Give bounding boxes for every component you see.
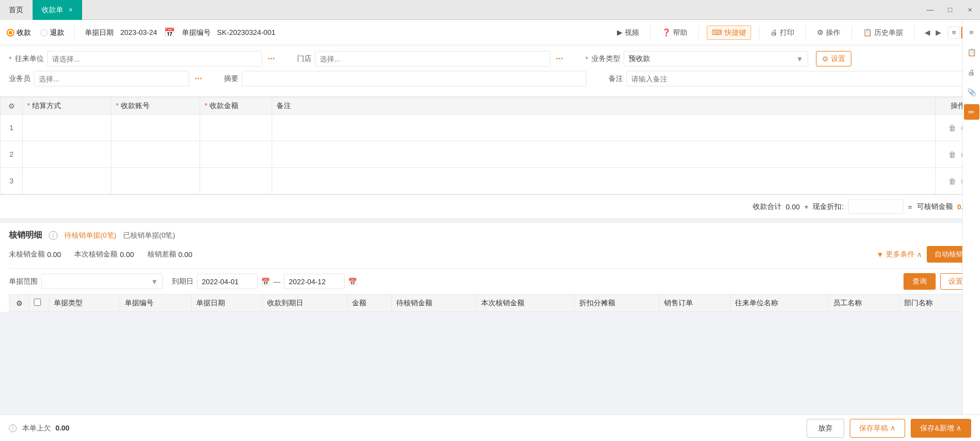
rp-icon-1[interactable]: ≡: [964, 24, 979, 40]
close-button[interactable]: ×: [960, 0, 980, 20]
row-1-delete-icon[interactable]: 🗑: [948, 124, 956, 132]
due-date-field: 到期日 📅 — 📅: [172, 274, 357, 289]
stat-actions: ▼ 更多条件 ∧ 自动核销: [876, 246, 971, 263]
row-2-num: 2: [1, 141, 23, 168]
tab-home[interactable]: 首页: [0, 0, 33, 20]
row-1-remark[interactable]: [272, 115, 936, 141]
more-conditions-button[interactable]: ▼ 更多条件 ∧: [876, 249, 922, 259]
btype-select[interactable]: 预收款 ▼: [624, 51, 808, 66]
row-2-account[interactable]: [111, 141, 200, 168]
receipt-radio-dot: [7, 29, 14, 37]
footer-info-icon[interactable]: i: [9, 424, 17, 432]
business-type-field: * 业务类型 预收款 ▼ ⚙ 设置: [585, 51, 851, 66]
divider-2: [650, 26, 651, 39]
row-3-remark[interactable]: [272, 168, 936, 194]
summary-val1: 0.00: [786, 203, 800, 211]
range-select[interactable]: ▼: [41, 274, 163, 289]
store-more-icon[interactable]: ···: [556, 54, 563, 64]
date-to-input[interactable]: [284, 274, 345, 289]
summary-equals: =: [908, 203, 912, 211]
calendar-to-icon[interactable]: 📅: [348, 278, 357, 286]
divider-1: [74, 26, 75, 39]
remark-label: 备注: [609, 74, 623, 84]
bth-staff: 员工名称: [828, 295, 899, 312]
divider-5: [805, 26, 806, 39]
next-arrow[interactable]: ▶: [933, 26, 943, 39]
writeoff-info-icon[interactable]: i: [49, 231, 58, 240]
query-button[interactable]: 查询: [904, 273, 936, 290]
settings-btn-label: 设置: [831, 54, 845, 64]
store-input[interactable]: [315, 51, 550, 66]
list-view-button[interactable]: ≡: [948, 27, 960, 39]
abandon-button[interactable]: 放弃: [807, 419, 844, 438]
prev-arrow[interactable]: ◀: [922, 26, 932, 39]
help-button[interactable]: ❓ 帮助: [659, 25, 691, 40]
video-button[interactable]: ▶ 视频: [614, 25, 642, 40]
receipt-radio[interactable]: 收款: [7, 28, 31, 38]
refund-radio[interactable]: 退款: [40, 28, 64, 38]
row-1-payment[interactable]: [23, 115, 111, 141]
number-value: SK-20230324-001: [217, 28, 276, 37]
tab-close-icon[interactable]: ×: [69, 6, 73, 14]
th-amount: * 收款金额: [200, 98, 272, 115]
staff-more-icon[interactable]: ···: [195, 74, 202, 84]
summary-label: 摘要: [224, 74, 238, 84]
row-1-account[interactable]: [111, 115, 200, 141]
calendar-icon[interactable]: 📅: [164, 27, 175, 38]
discount-input[interactable]: [848, 199, 904, 214]
bth-date: 单据日期: [191, 295, 262, 312]
store-field: 门店 ···: [297, 51, 563, 66]
rp-icon-2[interactable]: 📋: [964, 44, 979, 60]
shortcut-button[interactable]: ⌨ 快捷键: [707, 25, 751, 40]
print-button[interactable]: 🖨 打印: [767, 25, 798, 40]
bottom-gear-icon[interactable]: ⚙: [16, 299, 23, 307]
summary-label1: 收款合计: [753, 202, 782, 212]
operation-button[interactable]: ⚙ 操作: [814, 25, 844, 40]
pending-tab[interactable]: 待核销单据(0笔): [64, 230, 116, 240]
row-2-amount[interactable]: [200, 141, 272, 168]
range-field: 单据范围 ▼: [9, 274, 163, 289]
done-tab[interactable]: 已核销单据(0笔): [123, 230, 175, 240]
save-new-button[interactable]: 保存&新增 ∧: [911, 419, 971, 438]
tab-receipt[interactable]: 收款单 ×: [33, 0, 82, 20]
right-panel: ≡ 📋 🖨 📎 ✏: [962, 20, 980, 441]
minimize-button[interactable]: —: [920, 0, 940, 20]
row-1-amount[interactable]: [200, 115, 272, 141]
remark-input[interactable]: [626, 71, 971, 86]
save-draft-button[interactable]: 保存草稿 ∧: [850, 419, 905, 438]
rp-icon-5[interactable]: ✏: [964, 104, 979, 120]
rp-icon-3[interactable]: 🖨: [964, 64, 979, 80]
th-settings[interactable]: ⚙: [1, 98, 23, 115]
date-from-input[interactable]: [197, 274, 258, 289]
partner-more-icon[interactable]: ···: [268, 54, 275, 64]
history-button[interactable]: 📋 历史单据: [860, 25, 906, 40]
bth-settings[interactable]: ⚙: [9, 295, 29, 312]
row-2-payment[interactable]: [23, 141, 111, 168]
filter-chevron-icon: ∧: [917, 250, 922, 259]
window-controls: — □ ×: [920, 0, 980, 20]
row-2-remark[interactable]: [272, 141, 936, 168]
receipt-radio-label: 收款: [17, 28, 31, 38]
bth-number: 单据编号: [120, 295, 191, 312]
help-label: 帮助: [673, 28, 687, 38]
row-3-delete-icon[interactable]: 🗑: [948, 177, 956, 186]
rp-icon-4[interactable]: 📎: [964, 84, 979, 100]
form-settings-button[interactable]: ⚙ 设置: [816, 51, 851, 66]
select-all-checkbox[interactable]: [34, 299, 41, 306]
bth-partner: 往来单位名称: [731, 295, 829, 312]
tab-home-label: 首页: [9, 5, 23, 15]
row-3-amount[interactable]: [200, 168, 272, 194]
calendar-from-icon[interactable]: 📅: [261, 278, 270, 286]
settings-gear-icon: ⚙: [822, 55, 829, 63]
table-gear-icon[interactable]: ⚙: [8, 102, 15, 110]
diff-label: 核销差额: [147, 249, 176, 259]
maximize-button[interactable]: □: [940, 0, 960, 20]
row-3-payment[interactable]: [23, 168, 111, 194]
form-area: * 往来单位 ··· 门店 ··· * 业务类型 预收款 ▼ ⚙: [0, 45, 980, 97]
row-3-account[interactable]: [111, 168, 200, 194]
row-2-delete-icon[interactable]: 🗑: [948, 150, 956, 159]
summary-input[interactable]: [242, 71, 586, 86]
th-payment: * 结算方式: [23, 98, 111, 115]
staff-input[interactable]: [34, 71, 189, 86]
partner-input[interactable]: [47, 51, 262, 66]
